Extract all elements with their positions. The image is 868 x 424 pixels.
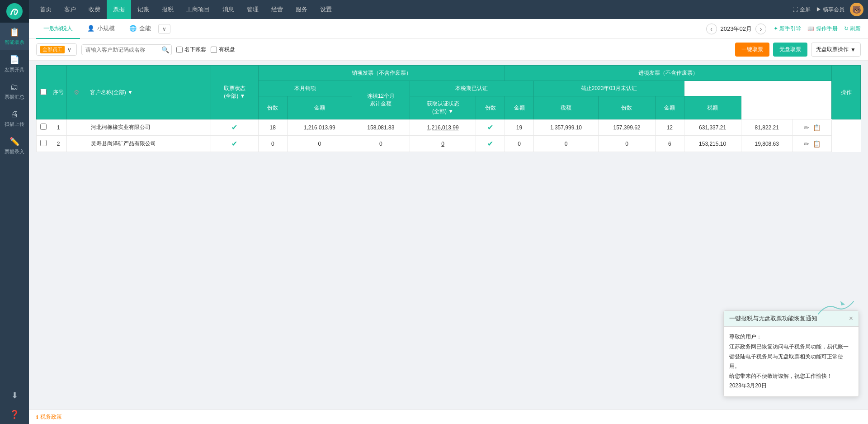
cumulative-link[interactable]: 0	[441, 141, 444, 147]
row-cert-status: ✔	[476, 136, 505, 152]
nav-operation[interactable]: 经营	[265, 0, 289, 19]
nav-customer[interactable]: 客户	[58, 0, 82, 19]
select-all-checkbox[interactable]	[40, 89, 47, 95]
nav-management[interactable]: 管理	[241, 0, 265, 19]
manual-link[interactable]: 📖 操作手册	[807, 25, 837, 33]
notif-body: 尊敬的用户： 江苏政务网已恢复访问电子税务局功能，易代账一键登陆电子税务局与无盘…	[724, 327, 859, 396]
cert-status-icon: ✔	[487, 140, 493, 148]
row-input-tax: 157,399.62	[599, 119, 656, 136]
dropdown-chevron-icon: ▼	[850, 47, 856, 53]
employee-select[interactable]: 全部员工 ∨	[36, 43, 77, 56]
next-month-btn[interactable]: ›	[755, 24, 766, 34]
tab-all-icon: 🌐	[129, 25, 137, 32]
user-avatar[interactable]: 🐻	[850, 3, 863, 16]
nav-invoice[interactable]: 票据	[107, 0, 131, 19]
tab-all[interactable]: 🌐 全能	[122, 19, 158, 39]
tax-policy-link[interactable]: ℹ 税务政策	[36, 413, 62, 421]
th-uncert-count: 份数	[599, 96, 656, 119]
row-checkbox-cell	[37, 119, 50, 136]
nav-tax[interactable]: 报税	[156, 0, 180, 19]
th-input-group: 进项发票（不含作废票）	[505, 66, 832, 81]
nav-bookkeeping[interactable]: 记账	[131, 0, 156, 19]
nav-business[interactable]: 工商项目	[180, 0, 216, 19]
sidebar-item-data-entry[interactable]: ✏️ 票据录入	[0, 132, 29, 160]
tab-more[interactable]: ∨	[158, 24, 170, 34]
has-tax-checkbox[interactable]	[211, 47, 217, 53]
data-entry-icon: ✏️	[9, 137, 19, 147]
th-cert-status: 获取认证状态(全部) ▼	[410, 96, 476, 119]
edit-icon[interactable]: ✏	[804, 140, 809, 148]
name-account-checkbox[interactable]	[176, 47, 183, 53]
table-body: 1 河北柯橡橡实业有限公司 ✔ 18 1,216,013.99 158,081.…	[37, 119, 861, 152]
th-checkbox	[37, 66, 50, 119]
th-input-amount: 金额	[505, 96, 534, 119]
sidebar-item-help[interactable]: ❓	[0, 405, 29, 424]
setting-icon[interactable]: ⚙	[74, 89, 80, 96]
sidebar-item-issue-invoice[interactable]: 📄 发票开具	[0, 50, 29, 78]
row-fetch-status: ✔	[211, 136, 258, 152]
th-input-count: 份数	[476, 96, 505, 119]
help-icon: ❓	[9, 410, 19, 419]
sidebar-item-scan-upload[interactable]: 🖨 扫描上传	[0, 105, 29, 132]
row-sales-tax: 0	[352, 136, 410, 152]
row-cumulative: 1,216,013.99	[410, 119, 476, 136]
copy-icon[interactable]: 📋	[813, 124, 821, 131]
row-checkbox-1[interactable]	[40, 140, 47, 146]
cumulative-link[interactable]: 1,216,013.99	[427, 124, 459, 131]
edit-icon[interactable]: ✏	[804, 124, 809, 131]
prev-month-btn[interactable]: ‹	[706, 24, 717, 34]
tab-small[interactable]: 👤 小规模	[80, 19, 122, 39]
th-input-tax: 税额	[533, 96, 598, 119]
sidebar-bottom: ⬇ ❓	[0, 386, 29, 424]
invoice-summary-icon: 🗂	[10, 82, 19, 92]
th-uncertified: 截止2023年03月未认证	[533, 81, 684, 96]
sidebar-item-invoice-summary-label: 票据汇总	[5, 94, 24, 100]
nav-settings[interactable]: 设置	[314, 0, 338, 19]
has-tax-checkbox-label[interactable]: 有税盘	[211, 46, 235, 53]
nav-message[interactable]: 消息	[216, 0, 241, 19]
row-setting	[67, 136, 87, 152]
copy-icon[interactable]: 📋	[813, 140, 821, 148]
sidebar-item-download[interactable]: ⬇	[0, 386, 29, 405]
sidebar-item-invoice-summary[interactable]: 🗂 票据汇总	[0, 78, 29, 105]
sidebar-item-smart-fetch[interactable]: 📋 智能取票	[0, 23, 29, 50]
row-sales-amount: 1,216,013.99	[287, 119, 352, 136]
sidebar-item-smart-fetch-label: 智能取票	[5, 39, 24, 46]
th-sales-amount: 金额	[287, 96, 352, 119]
fullscreen-btn[interactable]: ⛶ 全屏	[793, 6, 810, 14]
th-sales-count: 份数	[258, 96, 287, 119]
row-fetch-status: ✔	[211, 119, 258, 136]
notif-close-btn[interactable]: ×	[849, 314, 853, 323]
one-click-fetch-btn[interactable]: 一键取票	[735, 43, 769, 57]
no-disk-fetch-btn[interactable]: 无盘取票	[773, 43, 807, 57]
row-uncert-count: 6	[655, 136, 684, 152]
tab-small-icon: 👤	[87, 25, 94, 32]
member-btn[interactable]: ▶ 畅享会员	[816, 6, 844, 14]
row-uncert-tax: 81,822.21	[741, 119, 793, 136]
row-cert-status: ✔	[476, 119, 505, 136]
search-input[interactable]	[81, 44, 172, 55]
th-num: 序号	[50, 66, 67, 119]
date-navigation: ‹ 2023年02月 ›	[706, 24, 766, 34]
invoice-table: 序号 ⚙ 客户名称(全部) ▼ 取票状态(全部) ▼ 销项发票（不含作废票） 进…	[36, 65, 861, 152]
new-guide-link[interactable]: ✦ 新手引导	[774, 25, 801, 33]
search-button[interactable]: 🔍	[161, 46, 169, 53]
nav-billing[interactable]: 收费	[82, 0, 107, 19]
row-input-count: 19	[505, 119, 534, 136]
th-client-name: 客户名称(全部) ▼	[87, 66, 211, 119]
download-icon: ⬇	[11, 391, 18, 400]
filter-actions: 一键取票 无盘取票 无盘取票操作 ▼	[735, 43, 861, 57]
row-checkbox-0[interactable]	[40, 124, 47, 130]
row-sales-count: 0	[258, 136, 287, 152]
nav-service[interactable]: 服务	[289, 0, 314, 19]
bottom-bar: ℹ 税务政策	[29, 410, 868, 424]
nav-home[interactable]: 首页	[33, 0, 58, 19]
employee-dropdown-icon: ∨	[67, 47, 71, 53]
row-uncert-amount: 631,337.21	[684, 119, 741, 136]
no-disk-operation-btn[interactable]: 无盘取票操作 ▼	[811, 43, 861, 57]
th-fetch-status: 取票状态(全部) ▼	[211, 66, 258, 119]
refresh-link[interactable]: ↻ 刷新	[844, 25, 861, 33]
row-num: 1	[50, 119, 67, 136]
name-account-checkbox-label[interactable]: 名下账套	[176, 46, 206, 53]
tab-general[interactable]: 一般纳税人	[36, 19, 80, 39]
